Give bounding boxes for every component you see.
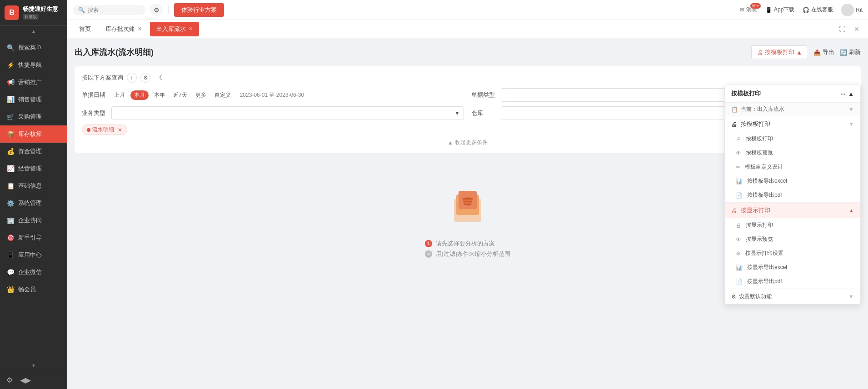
sidebar-item-enterprise[interactable]: 🏢 企业协同	[0, 212, 67, 229]
user-avatar-btn[interactable]: Rit	[841, 4, 863, 16]
search-input[interactable]	[88, 7, 133, 13]
dropdown-section-template-header[interactable]: 🖨 按模板打印 ▼	[725, 116, 860, 132]
dropdown-item-display-settings[interactable]: ⚙ 按显示打印设置	[725, 246, 860, 260]
dropdown-item-display-print[interactable]: 🖨 按显示打印	[725, 218, 860, 232]
dropdown-item-display-pdf[interactable]: 📄 按显示导出pdf	[725, 274, 860, 289]
sidebar-item-apps[interactable]: 📱 应用中心	[0, 246, 67, 264]
dropdown-chevron-up-icon[interactable]: ▲	[848, 90, 854, 97]
template-print-btn[interactable]: 🖨 按模板打印 ▲	[751, 45, 808, 59]
print-icon: 🖨	[757, 49, 763, 56]
sidebar-logo: B 畅捷通好生意 标准版	[0, 0, 67, 26]
dropdown-item-display-preview[interactable]: 👁 按显示预览	[725, 232, 860, 246]
business-type-select[interactable]: ▼	[111, 106, 464, 120]
export-btn[interactable]: 📤 导出	[813, 48, 834, 56]
footer-chevron: ▼	[848, 294, 854, 300]
settings-bottom-icon[interactable]: ⚙	[6, 376, 13, 384]
dropdown-section-display-header[interactable]: 🖨 按显示打印 ▲	[725, 203, 860, 218]
online-service-btn[interactable]: 🎧 在线客服	[803, 6, 833, 14]
sidebar-item-basics[interactable]: 📋 基础信息	[0, 177, 67, 194]
message-btn[interactable]: ✉ 消息 99+	[740, 6, 757, 14]
sidebar-item-operations[interactable]: 📈 经营管理	[0, 160, 67, 177]
tab-flow[interactable]: 出入库流水 ✕	[150, 22, 199, 36]
marketing-icon: 📢	[6, 78, 15, 86]
dropdown-item-template-pdf[interactable]: 📄 按模板导出pdf	[725, 188, 860, 202]
flow-tag-close[interactable]: ✕	[118, 127, 122, 133]
business-type-chevron-icon: ▼	[454, 110, 460, 116]
warehouse-label: 仓库	[471, 109, 496, 117]
topbar-settings-btn[interactable]: ⚙	[150, 4, 163, 16]
refresh-btn[interactable]: 🔄 刷新	[840, 48, 861, 56]
sidebar-scroll-down[interactable]: ▼	[0, 360, 67, 371]
svg-rect-5	[463, 201, 472, 202]
sidebar-item-finance[interactable]: 💰 资金管理	[0, 143, 67, 160]
date-option-7days[interactable]: 近7天	[170, 90, 190, 100]
dropdown-more-icon[interactable]: ···	[840, 90, 845, 97]
message-badge: 99+	[750, 3, 761, 9]
template-section-icon: 🖨	[731, 121, 737, 128]
dropdown-template-items: 🖨 按模板打印 👁 按模板预览 ✏ 模板自定义设计 📊 按模板导出excel	[725, 132, 860, 202]
dropdown-footer[interactable]: ⚙ 设置默认功能 ▼	[725, 289, 860, 304]
tab-maximize-btn[interactable]: ⛶	[836, 23, 848, 35]
dropdown-current-label: 📋 当前：出入库流水 ▼	[725, 103, 860, 116]
date-label: 单据日期	[82, 91, 107, 99]
sidebar-item-inventory[interactable]: 📦 库存核算	[0, 125, 67, 143]
sidebar-item-purchase[interactable]: 🛒 采购管理	[0, 108, 67, 125]
bill-type-label: 单据类型	[471, 91, 496, 99]
member-icon: 👑	[6, 285, 15, 294]
dropdown-section-template-title: 🖨 按模板打印	[731, 120, 770, 128]
filter-header: 按以下方案查询 + ⚙ 《	[82, 73, 853, 83]
display-section-icon: 🖨	[731, 207, 737, 214]
page-header: 出入库流水(流水明细) 🖨 按模板打印 ▲ 📤 导出 🔄 刷新	[75, 45, 861, 59]
svg-rect-4	[462, 198, 473, 199]
collapse-sidebar-icon[interactable]: ◀▶	[20, 376, 31, 384]
date-option-more[interactable]: 更多	[193, 90, 209, 100]
sidebar-item-marketing[interactable]: 📢 营销推广	[0, 74, 67, 91]
tab-flow-close[interactable]: ✕	[189, 26, 193, 32]
sidebar-item-quick-nav[interactable]: ⚡ 快捷导航	[0, 56, 67, 74]
tab-batch-account-close[interactable]: ✕	[138, 26, 142, 32]
date-option-custom[interactable]: 自定义	[212, 90, 234, 100]
dropdown-section-template: 🖨 按模板打印 ▼ 🖨 按模板打印 👁 按模板预览 ✏	[725, 116, 860, 203]
industry-btn[interactable]: 体验行业方案	[174, 3, 224, 17]
tab-home[interactable]: 首页	[73, 22, 97, 36]
date-option-current-month[interactable]: 本月	[130, 90, 149, 100]
app-icon: 📱	[765, 7, 772, 13]
dropdown-item-template-print[interactable]: 🖨 按模板打印	[725, 132, 860, 146]
filter-collapse-btn[interactable]: 《	[154, 73, 164, 83]
logo-icon: B	[5, 5, 19, 20]
collapse-conditions-btn[interactable]: ▲ 收起更多条件	[448, 139, 488, 146]
step-num-2: ②	[425, 250, 432, 258]
sidebar-scroll-up[interactable]: ▲	[0, 26, 67, 36]
sidebar-item-wechat[interactable]: 💬 企业微信	[0, 264, 67, 281]
sidebar-item-system[interactable]: ⚙️ 系统管理	[0, 194, 67, 212]
tab-flow-label: 出入库流水	[156, 25, 186, 33]
sidebar-item-label-guide: 新手引导	[18, 234, 42, 242]
tab-close-btn[interactable]: ✕	[851, 23, 863, 35]
tab-batch-account[interactable]: 库存批次账 ✕	[99, 22, 148, 36]
sidebar-item-member[interactable]: 👑 畅会员	[0, 281, 67, 298]
dropdown-item-display-excel[interactable]: 📊 按显示导出excel	[725, 260, 860, 274]
app-download-btn[interactable]: 📱 App下载	[765, 6, 794, 14]
filter-add-btn[interactable]: +	[127, 73, 137, 83]
sidebar-item-sales[interactable]: 📊 销售管理	[0, 91, 67, 108]
gear-icon: ⚙	[154, 6, 160, 14]
current-label-icon: 📋	[731, 106, 738, 113]
tab-home-label: 首页	[79, 25, 91, 33]
apps-icon: 📱	[6, 251, 15, 259]
topbar: 🔍 ⚙ | 体验行业方案 ✉ 消息 99+ 📱 App下载 🎧 在线客服	[67, 0, 868, 20]
dropdown-item-template-design[interactable]: ✏ 模板自定义设计	[725, 160, 860, 174]
dropdown-item-template-excel[interactable]: 📊 按模板导出excel	[725, 174, 860, 188]
system-icon: ⚙️	[6, 199, 15, 207]
dropdown-item-template-preview[interactable]: 👁 按模板预览	[725, 146, 860, 160]
template-print-icon: 🖨	[736, 136, 741, 142]
display-print-icon: 🖨	[736, 222, 741, 229]
filter-settings-btn[interactable]: ⚙	[140, 73, 150, 83]
display-preview-icon: 👁	[736, 236, 741, 243]
empty-icon	[445, 185, 490, 231]
date-option-current-year[interactable]: 本年	[151, 90, 168, 100]
sidebar-item-search[interactable]: 🔍 搜索菜单	[0, 39, 67, 56]
date-option-last-month[interactable]: 上月	[111, 90, 128, 100]
dropdown-section-display-title: 🖨 按显示打印	[731, 206, 770, 214]
sidebar-item-guide[interactable]: 🎯 新手引导	[0, 229, 67, 246]
display-settings-icon: ⚙	[736, 250, 741, 257]
